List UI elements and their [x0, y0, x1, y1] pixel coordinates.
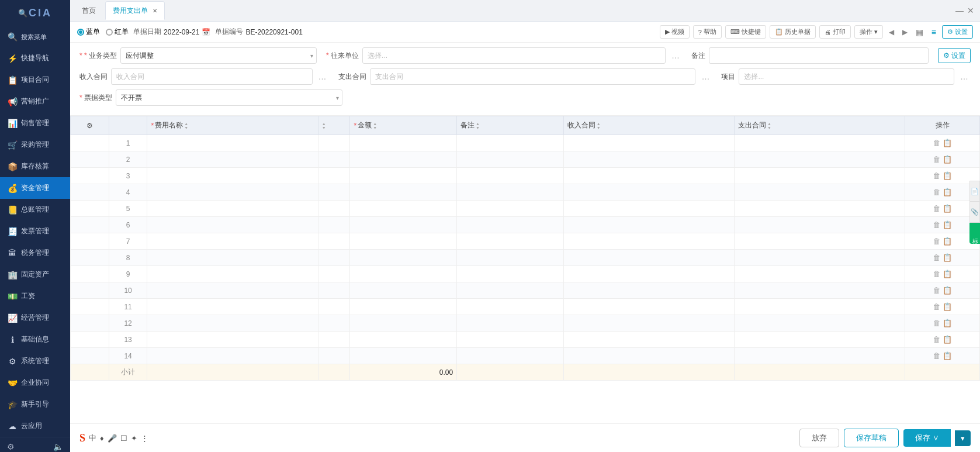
side-page-icon[interactable]: 📄: [969, 181, 980, 202]
th-expense-contract[interactable]: 支出合同 ▲▼: [734, 116, 905, 135]
row-amount-cell[interactable]: [350, 201, 457, 217]
row-delete-icon[interactable]: 🗑: [933, 302, 940, 311]
side-paperclip-icon[interactable]: 📎: [969, 202, 980, 223]
row-amount-cell[interactable]: [350, 184, 457, 201]
row-remark-cell[interactable]: [457, 217, 564, 233]
row-expense-contract-cell[interactable]: [734, 315, 905, 332]
row-delete-icon[interactable]: 🗑: [933, 155, 940, 164]
settings-trigger[interactable]: ⚙ 设置: [938, 48, 971, 63]
grid-dots-icon[interactable]: ⋮: [141, 434, 148, 443]
row-amount-cell[interactable]: [350, 315, 457, 332]
amount-sort[interactable]: ▲▼: [373, 122, 377, 130]
income-contract-input[interactable]: 收入合同: [111, 68, 313, 85]
row-amount-cell[interactable]: [350, 332, 457, 348]
sidebar-item-inventory[interactable]: 📦 库存核算: [0, 156, 70, 177]
row-fee-name-cell[interactable]: [147, 184, 318, 201]
income-ellipsis[interactable]: …: [316, 72, 329, 81]
sidebar-item-operations[interactable]: 📈 经营管理: [0, 307, 70, 329]
row-copy-icon[interactable]: 📋: [943, 286, 952, 295]
row-fee-name-cell[interactable]: [147, 201, 318, 217]
th-fee-name[interactable]: * 费用名称 ▲▼: [147, 116, 318, 135]
row-delete-icon[interactable]: 🗑: [933, 204, 940, 213]
calendar-icon[interactable]: 📅: [202, 28, 210, 36]
project-input[interactable]: 选择...: [739, 68, 954, 85]
sidebar-item-new-user[interactable]: 🎓 新手引导: [0, 394, 70, 415]
row-copy-icon[interactable]: 📋: [943, 270, 952, 278]
row-fee-name-cell[interactable]: [147, 233, 318, 250]
row-copy-icon[interactable]: 📋: [943, 237, 952, 246]
row-income-contract-cell[interactable]: [563, 348, 734, 364]
row-amount-cell[interactable]: [350, 168, 457, 184]
row-expense-contract-cell[interactable]: [734, 201, 905, 217]
row-income-contract-cell[interactable]: [563, 201, 734, 217]
row-copy-icon[interactable]: 📋: [943, 302, 952, 311]
row-income-contract-cell[interactable]: [563, 217, 734, 233]
row-amount-cell[interactable]: [350, 266, 457, 282]
row-income-contract-cell[interactable]: [563, 151, 734, 168]
row-copy-icon[interactable]: 📋: [943, 319, 952, 327]
th-remark[interactable]: 备注 ▲▼: [457, 116, 564, 135]
row-amount-cell[interactable]: [350, 151, 457, 168]
row-fee-name-cell[interactable]: [147, 299, 318, 315]
fee-name-sort[interactable]: ▲▼: [184, 122, 188, 130]
tab-expense[interactable]: 费用支出单 ✕: [105, 1, 165, 20]
row-expense-contract-cell[interactable]: [734, 217, 905, 233]
view-list-btn[interactable]: ≡: [929, 26, 939, 38]
income-contract-sort[interactable]: ▲▼: [597, 122, 601, 130]
row-expense-contract-cell[interactable]: [734, 184, 905, 201]
row-income-contract-cell[interactable]: [563, 250, 734, 266]
row-expense-contract-cell[interactable]: [734, 282, 905, 299]
window-close-icon[interactable]: ✕: [967, 6, 974, 15]
sidebar-item-cloud[interactable]: ☁ 云应用: [0, 415, 70, 437]
th-sort[interactable]: ▲▼: [318, 116, 350, 135]
remark-input[interactable]: [709, 47, 929, 64]
sidebar-item-purchase[interactable]: 🛒 采购管理: [0, 134, 70, 156]
save-button[interactable]: 保存 ∨: [903, 429, 951, 447]
row-delete-icon[interactable]: 🗑: [933, 270, 940, 278]
expense-contract-input[interactable]: 支出合同: [370, 68, 696, 85]
history-btn[interactable]: 📋 历史单据: [770, 25, 816, 39]
zh-icon[interactable]: 中: [89, 433, 96, 443]
row-fee-name-cell[interactable]: [147, 135, 318, 151]
video-btn[interactable]: ▶ 视频: [660, 25, 690, 39]
row-income-contract-cell[interactable]: [563, 135, 734, 151]
row-remark-cell[interactable]: [457, 266, 564, 282]
row-delete-icon[interactable]: 🗑: [933, 220, 940, 229]
row-amount-cell[interactable]: [350, 135, 457, 151]
sidebar-item-tax[interactable]: 🏛 税务管理: [0, 242, 70, 264]
row-copy-icon[interactable]: 📋: [943, 139, 952, 147]
expense-contract-sort[interactable]: ▲▼: [767, 122, 771, 130]
row-income-contract-cell[interactable]: [563, 168, 734, 184]
row-delete-icon[interactable]: 🗑: [933, 171, 940, 180]
save-draft-button[interactable]: 保存草稿: [844, 429, 899, 447]
tab-home[interactable]: 首页: [75, 1, 103, 20]
window-minimize-icon[interactable]: —: [955, 6, 964, 15]
expense-ellipsis[interactable]: …: [699, 72, 712, 81]
sound-icon[interactable]: 🔈: [53, 442, 63, 451]
row-fee-name-cell[interactable]: [147, 332, 318, 348]
sidebar-item-basic-info[interactable]: ℹ 基础信息: [0, 329, 70, 350]
row-income-contract-cell[interactable]: [563, 266, 734, 282]
row-delete-icon[interactable]: 🗑: [933, 319, 940, 327]
row-delete-icon[interactable]: 🗑: [933, 188, 940, 196]
row-expense-contract-cell[interactable]: [734, 135, 905, 151]
row-copy-icon[interactable]: 📋: [943, 253, 952, 262]
sidebar-item-enterprise[interactable]: 🤝 企业协同: [0, 372, 70, 394]
row-income-contract-cell[interactable]: [563, 315, 734, 332]
row-fee-name-cell[interactable]: [147, 315, 318, 332]
radio-red[interactable]: 红单: [106, 27, 129, 37]
tab-close-icon[interactable]: ✕: [153, 8, 157, 14]
logo[interactable]: 🔍 CIA: [0, 0, 70, 26]
row-remark-cell[interactable]: [457, 315, 564, 332]
row-copy-icon[interactable]: 📋: [943, 335, 952, 344]
row-expense-contract-cell[interactable]: [734, 266, 905, 282]
row-delete-icon[interactable]: 🗑: [933, 335, 940, 344]
row-income-contract-cell[interactable]: [563, 184, 734, 201]
counterpart-ellipsis[interactable]: …: [669, 51, 682, 60]
save-dropdown-button[interactable]: ▾: [955, 430, 971, 446]
row-amount-cell[interactable]: [350, 250, 457, 266]
row-fee-name-cell[interactable]: [147, 266, 318, 282]
discard-button[interactable]: 放弃: [799, 429, 839, 447]
row-copy-icon[interactable]: 📋: [943, 204, 952, 213]
settings-btn[interactable]: ⚙ 设置: [942, 25, 973, 39]
